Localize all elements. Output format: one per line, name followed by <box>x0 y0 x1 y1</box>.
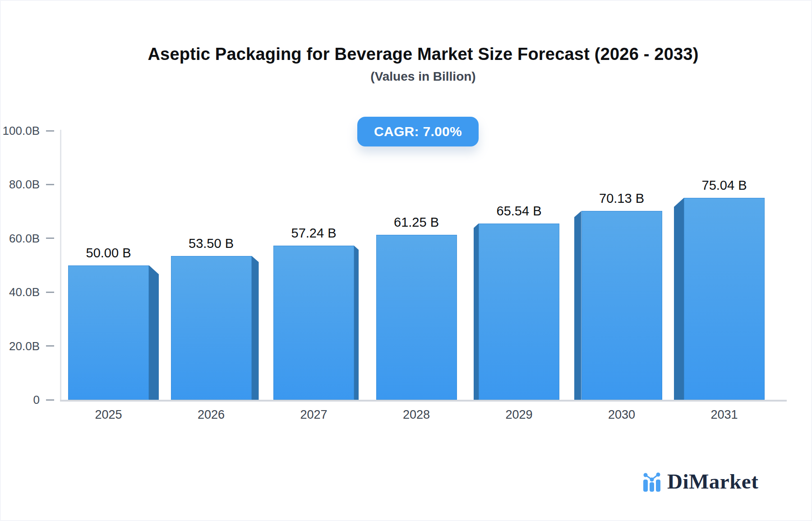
x-axis-line <box>60 400 787 402</box>
bar-value-label-2031: 75.04 B <box>682 177 767 193</box>
bar-2026[interactable] <box>171 256 252 400</box>
y-axis-tick-label: 80.0B <box>1 177 40 192</box>
dimarket-logo-icon <box>642 471 662 492</box>
y-axis-tick <box>46 184 54 185</box>
x-axis-label-2031: 2031 <box>688 407 761 422</box>
y-axis-tick <box>46 130 54 132</box>
bar-2028[interactable] <box>376 235 457 400</box>
bar-value-label-2029: 65.54 B <box>476 203 562 219</box>
bar-3d-side-2027 <box>354 246 359 400</box>
y-axis-tick <box>46 399 54 401</box>
y-axis-tick <box>46 345 54 347</box>
bar-3d-side-2030 <box>574 211 581 400</box>
cagr-badge: CAGR: 7.00% <box>357 117 479 146</box>
brand-name: DiMarket <box>667 471 758 492</box>
bar-3d-side-2029 <box>474 224 479 400</box>
y-axis-tick-label: 0 <box>1 393 40 407</box>
bar-2027[interactable] <box>273 246 354 400</box>
brand-logo: DiMarket <box>642 470 758 492</box>
chart-subtitle: (Values in Billion) <box>35 69 811 85</box>
y-axis-tick-label: 100.0B <box>1 123 40 138</box>
y-axis-tick-label: 40.0B <box>1 285 40 299</box>
bar-value-label-2025: 50.00 B <box>66 245 152 261</box>
bar-2030[interactable] <box>581 211 662 400</box>
bar-3d-side-2025 <box>149 265 159 400</box>
x-axis-label-2026: 2026 <box>175 407 247 422</box>
bar-value-label-2026: 53.50 B <box>168 235 254 251</box>
bar-value-label-2030: 70.13 B <box>579 190 664 206</box>
y-axis-tick-label: 20.0B <box>1 339 40 353</box>
y-axis-tick <box>46 238 54 239</box>
chart-canvas: Aseptic Packaging for Beverage Market Si… <box>0 0 812 521</box>
chart-title: Aseptic Packaging for Beverage Market Si… <box>35 44 811 64</box>
x-axis-label-2030: 2030 <box>586 407 658 422</box>
bar-3d-side-2031 <box>674 198 684 400</box>
bar-3d-side-2026 <box>252 256 259 400</box>
bar-value-label-2028: 61.25 B <box>374 214 459 230</box>
bar-value-label-2027: 57.24 B <box>271 225 357 241</box>
y-axis-tick-label: 60.0B <box>1 231 40 246</box>
x-axis-label-2029: 2029 <box>483 407 555 422</box>
y-axis-tick <box>46 292 54 293</box>
bar-2031[interactable] <box>684 198 765 400</box>
bar-2025[interactable] <box>68 265 149 400</box>
x-axis-label-2028: 2028 <box>380 407 452 422</box>
x-axis-label-2027: 2027 <box>278 407 350 422</box>
bar-2029[interactable] <box>479 224 559 400</box>
y-axis-line <box>60 130 61 401</box>
x-axis-label-2025: 2025 <box>73 407 145 422</box>
